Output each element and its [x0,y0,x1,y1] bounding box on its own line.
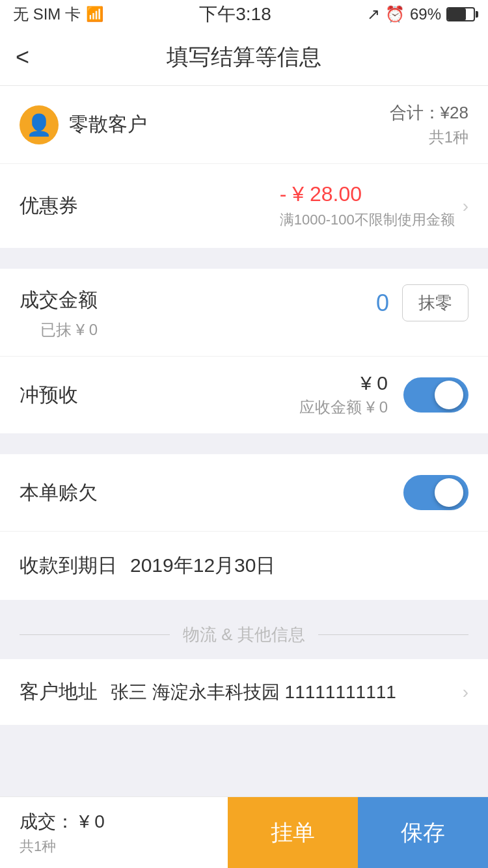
due-date: 2019年12月30日 [130,552,275,579]
prepay-value: ¥ 0 [299,372,388,394]
amount-label: 成交金额 [20,284,98,316]
coupon-label: 优惠券 [20,193,78,219]
customer-row: 👤 零散客户 合计：¥28 共1种 [0,86,488,163]
status-right: ↗ ⏰ 69% [367,5,475,23]
amount-section: 成交金额 已抹 ¥ 0 0 抹零 冲预收 ¥ 0 应收金额 ¥ 0 [0,269,488,433]
divider-1 [0,258,488,269]
amount-row: 成交金额 已抹 ¥ 0 0 抹零 [0,269,488,356]
logistics-line: 物流 & 其他信息 [20,623,468,646]
debt-label: 本单赊欠 [20,480,98,506]
address-value: 张三 海淀永丰科技园 11111111111 [111,680,463,705]
amount-value: 0 [376,290,389,317]
coupon-chevron-icon: › [463,196,468,217]
status-bar: 无 SIM 卡 📶 下午3:18 ↗ ⏰ 69% [0,0,488,29]
prepay-sub: 应收金额 ¥ 0 [299,397,388,418]
total-label: 合计：¥28 [390,102,468,124]
amount-sub: 已抹 ¥ 0 [20,319,98,340]
address-row[interactable]: 客户地址 张三 海淀永丰科技园 11111111111 › [0,659,488,725]
prepay-row: 冲预收 ¥ 0 应收金额 ¥ 0 [0,356,488,433]
sim-status: 无 SIM 卡 [13,4,81,25]
toggle-knob [435,381,463,409]
address-section: 客户地址 张三 海淀永丰科技园 11111111111 › [0,659,488,725]
total-count: 共1种 [390,127,468,148]
address-chevron-icon: › [463,682,468,703]
address-label: 客户地址 [20,679,98,705]
prepay-amount: ¥ 0 应收金额 ¥ 0 [299,372,388,418]
save-button[interactable]: 保存 [358,797,488,868]
page-title: 填写结算等信息 [167,42,321,72]
customer-name: 零散客户 [69,111,147,138]
prepay-right: ¥ 0 应收金额 ¥ 0 [299,372,468,418]
coupon-desc: 满1000-100不限制使用金额 [280,210,455,230]
back-button[interactable]: < [16,44,29,71]
battery-percent: 69% [410,5,441,23]
status-time: 下午3:18 [199,2,271,27]
bottom-count: 共1种 [20,837,208,856]
avatar-icon: 👤 [26,113,52,137]
avatar: 👤 [20,105,59,144]
logistics-divider: 物流 & 其他信息 [0,610,488,659]
coupon-right: - ¥ 28.00 满1000-100不限制使用金额 › [280,182,468,230]
bottom-deal: 成交： ¥ 0 [20,809,208,834]
logistics-label: 物流 & 其他信息 [183,623,305,646]
hang-button[interactable]: 挂单 [228,797,358,868]
round-button[interactable]: 抹零 [402,284,468,321]
debt-toggle-knob [435,478,463,507]
due-row: 收款到期日 2019年12月30日 [0,531,488,600]
debt-row: 本单赊欠 [0,454,488,531]
location-icon: ↗ [367,5,380,23]
amount-label-group: 成交金额 已抹 ¥ 0 [20,284,98,340]
customer-total: 合计：¥28 共1种 [390,102,468,148]
divider-2 [0,444,488,454]
debt-toggle[interactable] [403,475,468,510]
wifi-icon: 📶 [86,6,103,23]
prepay-toggle[interactable] [403,377,468,413]
coupon-amount: - ¥ 28.00 [280,182,455,206]
bottom-bar: 成交： ¥ 0 共1种 挂单 保存 [0,796,488,868]
battery-icon [446,7,475,21]
coupon-info: - ¥ 28.00 满1000-100不限制使用金额 [280,182,455,230]
due-label: 收款到期日 [20,552,117,579]
debt-section: 本单赊欠 收款到期日 2019年12月30日 [0,454,488,600]
amount-right: 0 抹零 [376,284,468,321]
coupon-row[interactable]: 优惠券 - ¥ 28.00 满1000-100不限制使用金额 › [0,163,488,248]
alarm-icon: ⏰ [385,5,405,23]
customer-info: 👤 零散客户 [20,105,147,144]
bottom-info: 成交： ¥ 0 共1种 [0,797,228,868]
customer-section: 👤 零散客户 合计：¥28 共1种 优惠券 - ¥ 28.00 满1000-10… [0,86,488,248]
prepay-label: 冲预收 [20,382,78,409]
nav-bar: < 填写结算等信息 [0,29,488,86]
status-left: 无 SIM 卡 📶 [13,4,103,25]
